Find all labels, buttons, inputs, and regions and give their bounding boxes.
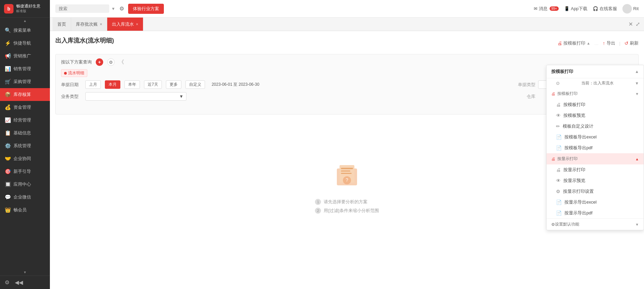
dp-display-preview-icon: 👁 xyxy=(556,178,561,183)
dp-display-print-settings-item[interactable]: ⚙ 按显示打印设置 xyxy=(547,186,644,197)
sidebar-logo: b 畅捷通好生意 标准版 xyxy=(0,0,50,18)
template-print-chevron[interactable]: ▲ xyxy=(587,41,590,45)
settings-bottom-icon[interactable]: ⚙ xyxy=(5,279,9,286)
sidebar-label-operation: 经营管理 xyxy=(13,117,31,123)
tab-inventory-batch-label: 库存批次账 xyxy=(76,21,98,27)
sidebar-item-search[interactable]: 🔍 搜索菜单 xyxy=(0,24,50,37)
app-badge: 标准版 xyxy=(16,9,40,14)
experience-btn[interactable]: 体验行业方案 xyxy=(128,4,164,14)
dp-display-excel-icon: 📄 xyxy=(556,200,562,205)
dp-template-section-chevron[interactable]: ▼ xyxy=(635,92,639,96)
export-label: 导出 xyxy=(607,40,615,46)
empty-step-1: 1 请先选择要分析的方案 xyxy=(315,199,379,205)
dp-chevron-down[interactable]: ▼ xyxy=(635,81,639,86)
dp-footer[interactable]: ⚙ 设置默认功能 ▼ xyxy=(547,218,644,230)
date-btn-7days[interactable]: 近7天 xyxy=(144,80,162,89)
sidebar-scroll-down[interactable]: ▼ xyxy=(0,269,50,275)
member-icon: 👑 xyxy=(5,207,11,213)
tab-inout-flow[interactable]: 出入库流水 × xyxy=(107,18,143,31)
business-type-select[interactable]: ▼ xyxy=(85,92,186,101)
tab-inventory-batch[interactable]: 库存批次账 × xyxy=(71,18,107,31)
sidebar-item-apps[interactable]: 🔲 应用中心 xyxy=(0,178,50,191)
sidebar-item-sales[interactable]: 📊 销售管理 xyxy=(0,62,50,75)
date-btn-this-month[interactable]: 本月 xyxy=(105,80,120,89)
dp-display-preview-item[interactable]: 👁 按显示预览 xyxy=(547,175,644,186)
page-toolbar: 出入库流水(流水明细) 🖨 按模板打印 ▲ … ↑ 导出 | ↺ 刷新 xyxy=(55,36,639,50)
dp-header-right: ▲ xyxy=(635,69,639,74)
dp-template-section-title: 🖨 按模板打印 xyxy=(551,91,578,97)
sidebar-item-cooperation[interactable]: 🤝 企业协同 xyxy=(0,152,50,165)
sidebar-item-inventory[interactable]: 📦 库存核算 xyxy=(0,88,50,101)
search-icon: 🔍 xyxy=(5,27,11,33)
sidebar-scroll-up[interactable]: ▲ xyxy=(0,18,50,24)
close-all-icon[interactable]: ✕ xyxy=(628,21,633,27)
sidebar-item-purchase[interactable]: 🛒 采购管理 xyxy=(0,75,50,88)
sidebar-item-wechat[interactable]: 💬 企业微信 xyxy=(0,191,50,204)
expand-icon[interactable]: ⤢ xyxy=(636,21,640,27)
dp-template-section-header[interactable]: 🖨 按模板打印 ▼ xyxy=(547,88,644,99)
dp-display-excel-item[interactable]: 📄 按显示导出excel xyxy=(547,197,644,208)
export-btn[interactable]: ↑ 导出 xyxy=(603,40,615,46)
filter-settings-btn[interactable]: ⚙ xyxy=(107,58,115,66)
search-dropdown-icon[interactable]: ▼ xyxy=(111,6,115,11)
date-btn-custom[interactable]: 自定义 xyxy=(185,80,205,89)
dp-display-pdf-item[interactable]: 📄 按显示导出pdf xyxy=(547,208,644,218)
dp-footer-label: 设置默认功能 xyxy=(555,221,579,227)
date-btn-this-year[interactable]: 本年 xyxy=(124,80,140,89)
dp-template-custom-item[interactable]: ✏ 模板自定义设计 xyxy=(547,121,644,132)
app-download-btn[interactable]: 📱 App下载 xyxy=(564,6,587,12)
filter-collapse-btn[interactable]: 《 xyxy=(119,59,124,66)
refresh-btn[interactable]: ↺ 刷新 xyxy=(624,40,639,46)
message-btn[interactable]: ✉ 消息 99+ xyxy=(534,6,559,12)
dp-template-preview-item[interactable]: 👁 按模板预览 xyxy=(547,110,644,121)
sidebar-item-system[interactable]: ⚙️ 系统管理 xyxy=(0,139,50,152)
main-content: ▼ ⚙ 体验行业方案 ✉ 消息 99+ 📱 App下载 🎧 在线客服 Rit xyxy=(50,0,644,289)
sidebar-item-finance[interactable]: 💰 资金管理 xyxy=(0,101,50,114)
dp-template-excel-item[interactable]: 📄 按模板导出excel xyxy=(547,132,644,142)
sub-tag-item[interactable]: 流水明细 xyxy=(61,69,87,77)
sidebar-item-marketing[interactable]: 📢 营销推广 xyxy=(0,50,50,62)
search-input[interactable] xyxy=(55,4,109,13)
sidebar-label-basic: 基础信息 xyxy=(13,130,31,136)
app-download-label: App下载 xyxy=(571,6,587,12)
user-profile[interactable]: Rit xyxy=(622,4,639,14)
dp-template-print-item[interactable]: 🖨 按模板打印 xyxy=(547,99,644,110)
dp-display-section-header[interactable]: 🖨 按显示打印 ▲ xyxy=(547,153,644,164)
sidebar: b 畅捷通好生意 标准版 ▲ 🔍 搜索菜单 ⚡ 快捷导航 📢 营销推广 📊 销售… xyxy=(0,0,50,289)
online-service-label: 在线客服 xyxy=(599,6,617,12)
dp-header: 按模板打印 ▲ xyxy=(547,65,644,78)
refresh-label: 刷新 xyxy=(630,40,639,46)
doc-type-label: 单据类型 xyxy=(518,82,535,88)
sidebar-label-guide: 新手引导 xyxy=(13,168,31,175)
dp-display-print-item[interactable]: 🖨 按显示打印 xyxy=(547,164,644,175)
dp-footer-chevron: ▼ xyxy=(635,222,639,227)
sidebar-label-member: 畅会员 xyxy=(13,207,27,213)
sales-icon: 📊 xyxy=(5,66,11,72)
sidebar-item-operation[interactable]: 📈 经营管理 xyxy=(0,114,50,127)
topbar-gear-icon[interactable]: ⚙ xyxy=(119,5,124,12)
system-icon: ⚙️ xyxy=(5,143,11,149)
dp-display-settings-label: 按显示打印设置 xyxy=(563,188,594,194)
sidebar-item-basic[interactable]: 📋 基础信息 xyxy=(0,127,50,139)
sidebar-item-guide[interactable]: 🎯 新手引导 xyxy=(0,165,50,178)
dp-header-chevron-up[interactable]: ▲ xyxy=(635,69,639,74)
dp-template-pdf-item[interactable]: 📄 按模板导出pdf xyxy=(547,142,644,153)
date-btn-last-month[interactable]: 上月 xyxy=(85,80,101,89)
sidebar-label-inventory: 库存核算 xyxy=(13,91,31,98)
purchase-icon: 🛒 xyxy=(5,79,11,85)
sidebar-item-quick-nav[interactable]: ⚡ 快捷导航 xyxy=(0,37,50,50)
template-print-btn[interactable]: 🖨 按模板打印 ▲ xyxy=(557,40,590,46)
filter-add-btn[interactable]: + xyxy=(96,58,103,66)
collapse-sidebar-icon[interactable]: ◀◀ xyxy=(15,279,23,286)
dp-display-print-icon: 🖨 xyxy=(556,167,561,173)
online-service-btn[interactable]: 🎧 在线客服 xyxy=(593,6,617,12)
sidebar-label-system: 系统管理 xyxy=(13,143,31,149)
date-btn-more[interactable]: 更多 xyxy=(166,80,181,89)
tab-inout-flow-close[interactable]: × xyxy=(136,22,138,27)
sidebar-label-search: 搜索菜单 xyxy=(13,27,31,33)
tab-home[interactable]: 首页 xyxy=(53,18,71,31)
dp-display-preview-label: 按显示预览 xyxy=(563,178,585,184)
tab-inventory-batch-close[interactable]: × xyxy=(100,22,102,27)
dp-display-section-chevron[interactable]: ▲ xyxy=(635,157,639,161)
sidebar-item-member[interactable]: 👑 畅会员 xyxy=(0,204,50,216)
